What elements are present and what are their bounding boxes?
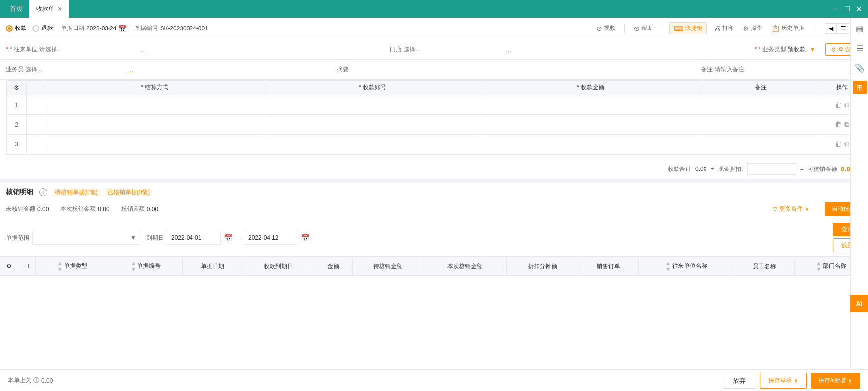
col-remark-header: 备注 (700, 81, 822, 95)
row-2-account[interactable] (264, 115, 482, 135)
bt-col-type: ▲▼单据类型 (36, 257, 109, 276)
salesman-label: 业务员 (6, 65, 24, 74)
operation-btn[interactable]: ⚙ 操作 (741, 23, 764, 33)
discount-input[interactable] (747, 163, 796, 175)
date-to-input[interactable] (244, 231, 298, 245)
view-toggle-prev[interactable]: ◀ (825, 23, 837, 34)
counterpart-more-btn[interactable]: … (140, 46, 147, 54)
table-row: 3 🗑 ⧉ (7, 135, 862, 154)
row-2-no: 2 (7, 115, 27, 135)
save-new-btn[interactable]: 保存&新增 ∧ (811, 373, 860, 389)
summary-input[interactable] (351, 66, 498, 73)
help-btn[interactable]: ⊙ 帮助 (632, 23, 655, 33)
bt-col-settings[interactable]: ⚙ (0, 257, 18, 276)
sidebar-table-icon[interactable]: ▦ (853, 22, 867, 35)
this-recon-label: 本次核销金额 (60, 205, 96, 213)
view-toggle-list[interactable]: ☰ (838, 23, 849, 34)
salesman-field: 业务员 … (6, 65, 134, 74)
row-2-remark[interactable] (700, 115, 822, 135)
nav-tab-label: 收款单 (36, 5, 54, 13)
radio-refund[interactable]: 退款 (32, 24, 53, 32)
date-calendar-icon[interactable]: 📅 (118, 25, 127, 32)
range-select[interactable]: ▼ (32, 231, 140, 245)
sidebar-list-icon[interactable]: ☰ (853, 41, 867, 55)
date-from-input[interactable] (167, 231, 221, 245)
counterpart-input[interactable] (39, 46, 137, 53)
salesman-input[interactable] (26, 66, 124, 73)
nav-home[interactable]: 首页 (4, 0, 28, 18)
pending-tab-label: 待核销单据(0笔) (53, 188, 100, 196)
row-3-amount[interactable] (482, 135, 700, 154)
remark-input[interactable] (715, 66, 862, 73)
more-conditions-btn[interactable]: ▽ 更多条件 ∧ (773, 205, 809, 213)
sidebar-attach-icon[interactable]: 📎 (853, 61, 867, 75)
window-restore-icon[interactable]: □ (843, 3, 852, 14)
toolbar-row: 收款 退款 单据日期 2023-03-24 📅 单据编号 SK-20230324… (0, 18, 868, 39)
row-2-settlement[interactable] (46, 115, 264, 135)
ai-assistant-badge[interactable]: Ai (850, 295, 868, 312)
salesman-more-btn[interactable]: … (127, 66, 134, 74)
col-settings-header[interactable]: ⚙ (7, 81, 27, 95)
history-icon: 📋 (771, 25, 780, 32)
save-new-arrow[interactable]: ∧ (848, 377, 852, 384)
bt-col-checkbox[interactable]: ☐ (18, 257, 36, 276)
row-3-col0 (27, 135, 46, 154)
store-more-btn[interactable]: … (505, 46, 512, 54)
nav-tab-receipt[interactable]: 收款单 × (29, 0, 69, 18)
diff-value: 0.00 (147, 206, 158, 213)
keyboard-icon: ⌨ (674, 25, 683, 32)
range-label: 单据范围 (6, 234, 29, 242)
pending-tab[interactable]: 待核销单据(0笔) (53, 188, 100, 196)
top-nav: 首页 收款单 × － □ ✕ (0, 0, 868, 18)
window-minimize-icon[interactable]: － (829, 3, 841, 15)
done-tab[interactable]: 已核销单据(0笔) (106, 188, 152, 196)
business-type-arrow[interactable]: ▼ (810, 46, 815, 53)
write-off-info-icon[interactable]: i (39, 188, 47, 196)
top-right-actions: － □ ✕ (829, 3, 864, 15)
table-row: 1 🗑 ⧉ (7, 95, 862, 115)
row-3-delete-icon[interactable]: 🗑 (835, 140, 841, 148)
row-3-account[interactable] (264, 135, 482, 154)
footer-spacer (0, 276, 868, 297)
row-2-delete-icon[interactable]: 🗑 (835, 120, 841, 129)
discard-btn[interactable]: 放弃 (723, 373, 756, 389)
store-input[interactable] (404, 46, 502, 53)
row-1-settlement[interactable] (46, 95, 264, 115)
history-label: 历史单据 (781, 24, 805, 32)
bt-col-due-date: 收款到期日 (243, 257, 314, 276)
row-3-settlement[interactable] (46, 135, 264, 154)
net-label: 可核销金额 (808, 165, 837, 173)
print-btn[interactable]: 🖨 打印 (712, 23, 736, 33)
row-2-amount[interactable] (482, 115, 700, 135)
discount-label: 现金折扣: (718, 165, 743, 173)
bt-col-amount: 金额 (314, 257, 353, 276)
total-value: 0.00 (695, 166, 706, 172)
row-1-account[interactable] (264, 95, 482, 115)
video-label: 视频 (604, 24, 616, 32)
row-1-delete-icon[interactable]: 🗑 (835, 101, 841, 109)
history-btn[interactable]: 📋 历史单据 (769, 23, 807, 33)
date-range-field: 到期日 📅 — 📅 (146, 231, 309, 245)
save-draft-btn[interactable]: 保存草稿 ∧ (760, 373, 807, 389)
date-from-calendar-icon[interactable]: 📅 (224, 234, 232, 242)
write-off-table: ⚙ ☐ ▲▼单据类型 ▲▼单据编号 单据日期 收款到期日 金额 待核销金额 本次… (0, 257, 868, 276)
row-1-amount[interactable] (482, 95, 700, 115)
filter-icon: ▽ (773, 206, 777, 213)
row-1-copy-icon[interactable]: ⧉ (844, 101, 849, 109)
video-btn[interactable]: ⊙ 视频 (595, 23, 618, 33)
row-3-no: 3 (7, 135, 27, 154)
row-3-remark[interactable] (700, 135, 822, 154)
row-1-remark[interactable] (700, 95, 822, 115)
row-2-copy-icon[interactable]: ⧉ (844, 120, 849, 129)
row-3-copy-icon[interactable]: ⧉ (844, 140, 849, 148)
shortcut-btn[interactable]: ⌨ 快捷键 (669, 22, 707, 34)
footer-info-icon[interactable]: ⓘ (33, 376, 39, 385)
radio-receive[interactable]: 收款 (6, 24, 27, 32)
tab-close-icon[interactable]: × (58, 5, 62, 13)
date-to-calendar-icon[interactable]: 📅 (301, 234, 309, 242)
sidebar-expand-icon[interactable]: ⊞ (853, 81, 867, 94)
sort-partner-icon: ▲▼ (665, 260, 671, 272)
window-close-icon[interactable]: ✕ (854, 3, 864, 15)
save-draft-arrow[interactable]: ∧ (794, 377, 798, 384)
help-label: 帮助 (641, 24, 653, 32)
